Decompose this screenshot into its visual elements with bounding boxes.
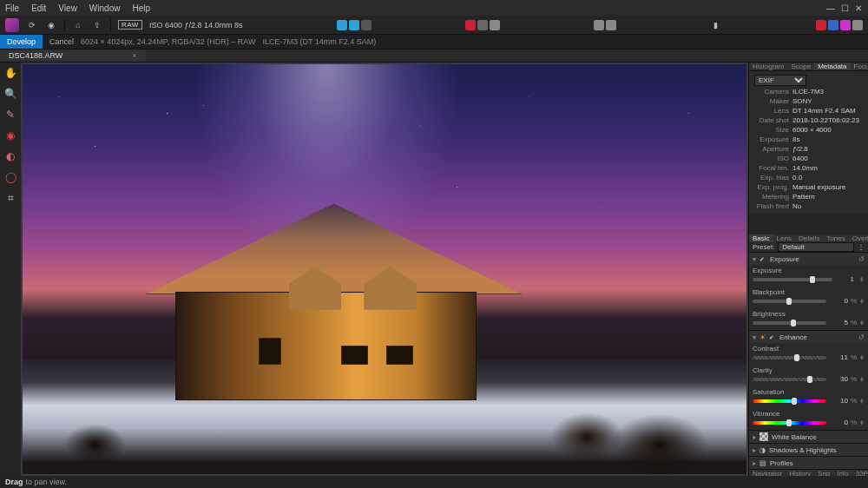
slider-label: Contrast — [753, 345, 865, 353]
preset-dropdown[interactable]: Default — [778, 242, 854, 252]
exif-row: Exp. bias0.0 — [754, 174, 863, 181]
window-close-icon[interactable]: ✕ — [854, 3, 863, 12]
tab-focus[interactable]: Focus — [851, 63, 869, 70]
tab-overlays[interactable]: Overlays — [849, 234, 868, 242]
slider-thumb[interactable] — [794, 354, 799, 361]
slider-track[interactable] — [753, 300, 826, 303]
tab-basic[interactable]: Basic — [749, 234, 773, 242]
zoom-tool-icon[interactable]: 🔍 — [3, 87, 17, 101]
close-tab-icon[interactable]: × — [132, 51, 136, 60]
hand-tool-icon[interactable]: ✋ — [3, 66, 17, 80]
slider-thumb[interactable] — [792, 398, 797, 405]
exif-row: Flash firedNo — [754, 202, 863, 210]
tab-tones[interactable]: Tones — [823, 234, 848, 242]
slider-track[interactable] — [753, 421, 826, 425]
canvas[interactable] — [21, 63, 748, 476]
photo-preview — [23, 64, 746, 474]
home-icon[interactable]: ⌂ — [72, 19, 84, 31]
document-tab[interactable]: DSC4188.ARW × — [0, 49, 146, 62]
slider-value[interactable]: 11 — [829, 353, 848, 361]
slider-value[interactable]: 5 — [829, 319, 848, 326]
tab-scope[interactable]: Scope — [787, 63, 814, 70]
document-info: 6024 × 4024px, 24.24MP, RGBA/32 (HDR) – … — [81, 37, 255, 46]
section-white-balance[interactable]: ▸ White Balance — [749, 431, 868, 443]
spinner-icon[interactable]: ▲▼ — [859, 399, 865, 404]
exif-value: DT 14mm F2.4 SAM — [792, 107, 856, 115]
exif-value: Pattern — [792, 193, 815, 201]
exif-key: Lens — [754, 107, 792, 115]
overlay-tool-icon[interactable]: ◯ — [3, 170, 17, 184]
exif-key: Exposure — [754, 135, 792, 143]
enhance-checkbox[interactable] — [769, 333, 776, 341]
spinner-icon[interactable]: ▲▼ — [859, 277, 865, 282]
reset-icon[interactable]: ↺ — [858, 333, 865, 341]
slider-value[interactable]: 0 — [829, 419, 848, 426]
eyedropper-tool-icon[interactable]: ✎ — [3, 108, 17, 122]
tab-lens[interactable]: Lens — [773, 234, 795, 242]
refresh-icon[interactable]: ⟳ — [26, 19, 38, 31]
slider-thumb[interactable] — [807, 376, 812, 383]
slider-thumb[interactable] — [786, 298, 792, 305]
blemish-tool-icon[interactable]: ◐ — [3, 149, 17, 163]
slider-value[interactable]: 1 — [835, 275, 854, 283]
exif-row: Date shot2018-10-22T06:02:23 — [754, 116, 863, 124]
redeye-tool-icon[interactable]: ◉ — [3, 129, 17, 142]
apps-icon[interactable]: ◉ — [45, 19, 57, 31]
slider-thumb[interactable] — [791, 320, 796, 326]
toolbar-group-orientation[interactable] — [337, 20, 372, 30]
section-shadows-highlights[interactable]: ▸ ◑ Shadows & Highlights — [749, 444, 868, 456]
slider-value[interactable]: 0 — [829, 297, 848, 305]
toolbar-group-color[interactable] — [816, 20, 863, 30]
toolbar-group-highlight[interactable] — [465, 20, 500, 30]
exif-value: No — [792, 202, 801, 210]
chevron-down-icon[interactable]: ▾ — [753, 255, 756, 263]
slider-value[interactable]: 10 — [829, 397, 848, 405]
raw-badge: RAW — [118, 20, 142, 30]
slider-brightness: Brightness5%▲▼ — [749, 308, 868, 330]
share-icon[interactable]: ⇪ — [91, 19, 103, 31]
menu-edit[interactable]: Edit — [31, 3, 46, 13]
window-maximize-icon[interactable]: ☐ — [840, 3, 849, 12]
slider-track[interactable] — [753, 399, 826, 403]
slider-thumb[interactable] — [810, 276, 815, 283]
exif-row: Focal len.14.0mm — [754, 164, 863, 172]
exif-dropdown[interactable]: EXIF — [754, 75, 806, 86]
spinner-icon[interactable]: ▲▼ — [859, 377, 865, 382]
tab-details[interactable]: Details — [795, 234, 823, 242]
exif-key: Metering — [754, 193, 792, 201]
slider-track[interactable] — [753, 321, 826, 325]
slider-label: Blackpoint — [753, 288, 865, 296]
slider-value[interactable]: 30 — [829, 375, 848, 383]
preset-row: Preset: Default ⋮ — [749, 242, 868, 252]
slider-unit: % — [851, 397, 857, 405]
crop-tool-icon[interactable]: ⌗ — [3, 191, 17, 205]
slider-thumb[interactable] — [786, 419, 792, 426]
cancel-button[interactable]: Cancel — [49, 37, 74, 46]
preset-menu-icon[interactable]: ⋮ — [858, 243, 865, 251]
preset-label: Preset: — [753, 243, 774, 251]
spinner-icon[interactable]: ▲▼ — [859, 420, 865, 425]
window-minimize-icon[interactable]: — — [826, 3, 835, 12]
menu-window[interactable]: Window — [89, 3, 121, 13]
section-profiles[interactable]: ▸ ▤ Profiles — [749, 457, 868, 469]
slider-track[interactable] — [753, 378, 826, 381]
spinner-icon[interactable]: ▲▼ — [859, 299, 865, 304]
tab-metadata[interactable]: Metadata — [814, 63, 850, 70]
toolbar-group-view[interactable] — [594, 20, 616, 30]
spinner-icon[interactable]: ▲▼ — [859, 355, 865, 360]
exif-value: 0.0 — [792, 174, 802, 181]
menu-file[interactable]: File — [5, 3, 19, 13]
exif-row: ISO6400 — [754, 155, 863, 162]
slider-track[interactable] — [753, 356, 826, 359]
single-view-icon[interactable]: ▮ — [710, 19, 722, 31]
tab-histogram[interactable]: Histogram — [749, 63, 787, 70]
menu-view[interactable]: View — [58, 3, 77, 13]
exposure-checkbox[interactable] — [760, 255, 766, 263]
spinner-icon[interactable]: ▲▼ — [859, 320, 865, 326]
exif-row: Exp. prog.Manual exposure — [754, 183, 863, 191]
menu-help[interactable]: Help — [132, 3, 150, 13]
reset-icon[interactable]: ↺ — [858, 255, 865, 263]
chevron-down-icon[interactable]: ▾ — [753, 333, 756, 341]
develop-button[interactable]: Develop — [0, 35, 43, 49]
slider-track[interactable] — [753, 278, 832, 281]
